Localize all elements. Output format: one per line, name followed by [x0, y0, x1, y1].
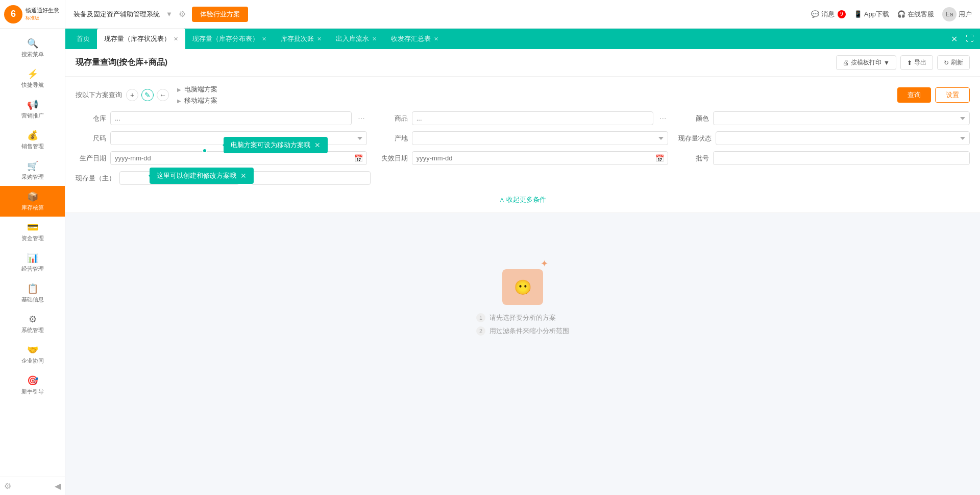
message-icon: 💬	[811, 10, 819, 18]
prod-date-wrapper: 📅	[110, 151, 367, 165]
desktop-scheme-row[interactable]: ▶ 电脑端方案	[177, 85, 217, 94]
export-btn[interactable]: ⬆ 导出	[900, 55, 933, 70]
color-select[interactable]	[713, 111, 970, 125]
sidebar-settings-btn[interactable]: ⚙	[4, 481, 11, 491]
sidebar-item-basic[interactable]: 📋 基础信息	[0, 278, 65, 309]
product-input[interactable]	[412, 111, 653, 125]
app-download-btn[interactable]: 📱 App下载	[854, 10, 889, 19]
purchase-icon: 🛒	[27, 160, 38, 172]
sidebar-item-sales[interactable]: 💰 销售管理	[0, 125, 65, 155]
tab-close-all-icon[interactable]: ✕	[949, 32, 960, 46]
tip-num-2: 2	[476, 326, 485, 336]
header: 装备及固定资产辅助管理系统 ▼ ⚙ 体验行业方案 💬 消息 9 📱 App下载 …	[65, 0, 980, 29]
tab-receive-summary[interactable]: 收发存汇总表 ✕	[384, 29, 446, 49]
tab-in-out-flow[interactable]: 出入库流水 ✕	[329, 29, 384, 49]
guide-icon: 🎯	[27, 375, 38, 386]
collapse-more-btn[interactable]: ∧ 收起更多条件	[76, 191, 970, 208]
tab-inventory-status[interactable]: 现存量（库存状况表） ✕	[97, 29, 185, 49]
prod-date-input[interactable]	[110, 151, 367, 165]
expire-date-input[interactable]	[412, 151, 669, 165]
batch-filter-group: 批号	[678, 151, 970, 165]
size-label: 尺码	[76, 134, 106, 143]
origin-select[interactable]	[412, 131, 669, 145]
sidebar-item-finance[interactable]: 💳 资金管理	[0, 217, 65, 247]
stock-status-select[interactable]	[716, 131, 970, 145]
tab-batch-ledger[interactable]: 库存批次账 ✕	[274, 29, 329, 49]
tab-home[interactable]: 首页	[69, 29, 97, 49]
scheme-tooltip-bubble: 电脑方案可设为移动方案哦 ✕	[224, 137, 328, 153]
refresh-btn[interactable]: ↻ 刷新	[937, 55, 970, 70]
sidebar-collapse-btn[interactable]: ◀	[55, 481, 61, 491]
expire-date-filter-group: 失效日期 📅	[377, 151, 669, 165]
batch-input[interactable]	[713, 151, 970, 165]
sidebar-item-marketing[interactable]: 📢 营销推广	[0, 94, 65, 125]
tip-num-1: 1	[476, 313, 485, 322]
tab-fullscreen-icon[interactable]: ⛶	[964, 32, 976, 45]
reset-button[interactable]: 设置	[935, 87, 970, 103]
sidebar-bottom: ⚙ ◀	[0, 477, 65, 495]
empty-box: 😶	[502, 269, 543, 305]
scheme-tooltip-close[interactable]: ✕	[314, 141, 321, 149]
tab-close-in-out-flow[interactable]: ✕	[372, 36, 377, 42]
empty-illustration: 😶 ✦	[492, 254, 553, 305]
sidebar-item-operations[interactable]: 📊 经营管理	[0, 247, 65, 278]
quick-nav-icon: ⚡	[27, 68, 38, 80]
warehouse-more-btn[interactable]: ···	[356, 114, 366, 123]
expire-date-label: 失效日期	[377, 154, 408, 163]
page-actions: 🖨 按模板打印 ▼ ⬆ 导出 ↻ 刷新	[836, 55, 970, 70]
basic-icon: 📋	[27, 283, 38, 294]
add-scheme-btn[interactable]: +	[126, 89, 138, 101]
online-service-btn[interactable]: 🎧 在线客服	[897, 10, 934, 19]
main-content: 现存量查询(按仓库+商品) 🖨 按模板打印 ▼ ⬆ 导出 ↻ 刷新 按以下方案查…	[65, 49, 980, 495]
qty-max-input[interactable]	[252, 171, 371, 185]
expire-date-calendar-icon[interactable]: 📅	[655, 154, 664, 162]
header-left: 装备及固定资产辅助管理系统 ▼ ⚙ 体验行业方案	[74, 7, 248, 22]
system-dropdown-icon[interactable]: ▼	[166, 10, 173, 18]
sidebar-item-enterprise[interactable]: 🤝 企业协同	[0, 339, 65, 370]
filter-grid-row1: 仓库 ··· 商品 ··· 颜色	[76, 111, 970, 125]
search-button[interactable]: 查询	[897, 87, 931, 103]
tab-close-inventory-status[interactable]: ✕	[174, 36, 178, 42]
edit-tooltip-close[interactable]: ✕	[240, 172, 247, 180]
sidebar-item-search[interactable]: 🔍 搜索菜单	[0, 33, 65, 63]
filter-area: 按以下方案查询 + ✎ ← ▶ 电脑端方案 ▶ 移动端方案 查询	[65, 77, 980, 213]
edit-scheme-btn[interactable]: ✎	[141, 89, 154, 101]
logo-icon: 6	[4, 5, 22, 23]
product-more-btn[interactable]: ···	[657, 114, 668, 123]
prod-date-calendar-icon[interactable]: 📅	[354, 154, 363, 162]
header-right: 💬 消息 9 📱 App下载 🎧 在线客服 Ea 用户	[811, 7, 972, 21]
prod-date-filter-group: 生产日期 📅	[76, 151, 367, 165]
tab-close-receive-summary[interactable]: ✕	[434, 36, 438, 42]
batch-label: 批号	[678, 154, 709, 163]
warehouse-filter-group: 仓库 ···	[76, 111, 367, 125]
mobile-scheme-row[interactable]: ▶ 移动端方案	[177, 96, 217, 105]
page-header: 现存量查询(按仓库+商品) 🖨 按模板打印 ▼ ⬆ 导出 ↻ 刷新	[65, 49, 980, 77]
filter-actions: + ✎ ←	[126, 89, 169, 101]
print-template-btn[interactable]: 🖨 按模板打印 ▼	[836, 55, 896, 70]
tab-close-inventory-dist[interactable]: ✕	[262, 36, 266, 42]
system-name: 装备及固定资产辅助管理系统	[74, 10, 160, 19]
empty-sparkle-icon: ✦	[541, 258, 548, 269]
warehouse-input[interactable]	[110, 111, 352, 125]
tab-inventory-dist[interactable]: 现存量（库存分布表） ✕	[185, 29, 274, 49]
inventory-icon: 📦	[27, 191, 38, 202]
empty-tip-2: 2 用过滤条件来缩小分析范围	[476, 326, 569, 336]
sidebar-item-purchase[interactable]: 🛒 采购管理	[0, 155, 65, 186]
sidebar-item-quick-nav[interactable]: ⚡ 快捷导航	[0, 63, 65, 94]
sidebar-item-inventory[interactable]: 📦 库存核算	[0, 186, 65, 217]
tab-close-batch-ledger[interactable]: ✕	[317, 36, 322, 42]
scheme-toggle: ▶ 电脑端方案 ▶ 移动端方案	[177, 85, 217, 105]
marketing-icon: 📢	[27, 99, 38, 110]
filter-label: 按以下方案查询	[76, 90, 122, 100]
user-menu[interactable]: Ea 用户	[942, 7, 972, 21]
stock-status-label: 现存量状态	[678, 134, 712, 143]
sidebar-item-guide[interactable]: 🎯 新手引导	[0, 370, 65, 400]
message-btn[interactable]: 💬 消息 9	[811, 10, 846, 19]
sidebar: 6 畅通通好生意 标准版 🔍 搜索菜单 ⚡ 快捷导航 📢 营销推广 💰 销售管理…	[0, 0, 65, 495]
industry-btn[interactable]: 体验行业方案	[192, 7, 248, 22]
sales-icon: 💰	[27, 130, 38, 141]
header-gear-icon[interactable]: ⚙	[179, 9, 186, 19]
print-dropdown-icon: ▼	[884, 59, 890, 66]
sidebar-item-system[interactable]: ⚙ 系统管理	[0, 309, 65, 339]
back-scheme-btn[interactable]: ←	[157, 89, 169, 101]
